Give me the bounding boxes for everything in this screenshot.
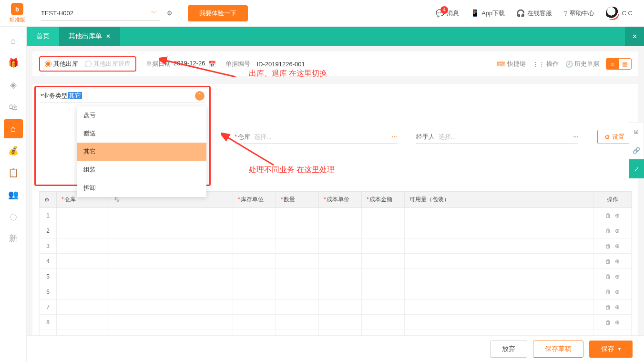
rail-note-icon[interactable]: 🗎 xyxy=(629,122,644,141)
company-select[interactable]: TEST-H002 ﹀ xyxy=(41,6,160,21)
gear-icon[interactable]: ⚙ xyxy=(167,10,173,17)
business-type-dropdown: 盘亏 赠送 其它 组装 拆卸 xyxy=(77,106,206,197)
delete-icon[interactable]: 🗑 xyxy=(605,228,611,234)
tabs-close-all[interactable]: ✕ xyxy=(625,27,644,46)
sidebar-contacts-icon[interactable]: 👥 xyxy=(4,185,23,204)
warehouse-filter[interactable]: * 仓库 选择... ··· xyxy=(235,133,397,144)
tab-other-outbound[interactable]: 其他出库单 ✕ xyxy=(59,27,120,46)
chevron-down-icon: ▾ xyxy=(618,346,621,352)
table-row[interactable]: 4🗑⊕ xyxy=(40,254,632,269)
business-type-value[interactable]: 其它 xyxy=(68,92,82,100)
save-button[interactable]: 保存▾ xyxy=(589,341,633,358)
handler-filter[interactable]: 经手人 选择... ··· xyxy=(416,133,579,144)
delete-icon[interactable]: 🗑 xyxy=(605,304,611,310)
more-icon[interactable]: ··· xyxy=(573,133,578,140)
delete-icon[interactable]: 🗑 xyxy=(605,273,611,280)
dropdown-option-gift[interactable]: 赠送 xyxy=(77,124,206,143)
sidebar-bag-icon[interactable]: 🛍 xyxy=(4,97,23,116)
history-link[interactable]: 🕘历史单据 xyxy=(565,60,599,68)
view-list-icon[interactable]: ≡ xyxy=(606,59,619,69)
add-icon[interactable]: ⊕ xyxy=(615,243,620,249)
add-icon[interactable]: ⊕ xyxy=(615,319,620,326)
abandon-button[interactable]: 放弃 xyxy=(490,341,527,358)
avatar xyxy=(606,7,619,20)
radio-other-outbound-return[interactable]: 其他出库退库 xyxy=(85,60,131,68)
sidebar-new-icon[interactable]: 新 xyxy=(4,229,23,248)
hotkey-link[interactable]: ⌨快捷键 xyxy=(497,60,526,68)
messages-link[interactable]: 💬 消息 4 xyxy=(436,9,459,18)
view-card-icon[interactable]: ▦ xyxy=(619,59,631,69)
chevron-down-icon: ﹀ xyxy=(151,9,157,17)
table-settings-header[interactable]: ⚙ xyxy=(40,192,57,208)
table-row[interactable]: 9🗑⊕ xyxy=(40,330,632,336)
dropdown-option-loss[interactable]: 盘亏 xyxy=(77,106,206,124)
tab-home-label: 首页 xyxy=(36,32,50,41)
rail-link-icon[interactable]: 🔗 xyxy=(629,141,644,160)
sidebar-home-icon[interactable]: ⌂ xyxy=(4,31,23,51)
help-icon: ? xyxy=(563,9,567,17)
delete-icon[interactable]: 🗑 xyxy=(605,243,611,249)
add-icon[interactable]: ⊕ xyxy=(615,258,620,265)
dropdown-option-disassemble[interactable]: 拆卸 xyxy=(77,179,206,197)
sidebar-clipboard-icon[interactable]: 📋 xyxy=(4,163,23,182)
table-row[interactable]: 1🗑⊕ xyxy=(40,208,632,223)
delete-icon[interactable]: 🗑 xyxy=(605,212,611,219)
delete-icon[interactable]: 🗑 xyxy=(605,258,611,265)
operate-label: 操作 xyxy=(546,60,559,68)
business-type-label: 业务类型 xyxy=(43,92,68,100)
row-index: 9 xyxy=(40,330,57,336)
table-row[interactable]: 2🗑⊕ xyxy=(40,223,632,238)
table-row[interactable]: 6🗑⊕ xyxy=(40,284,632,300)
save-draft-button[interactable]: 保存草稿 xyxy=(533,341,583,358)
calendar-icon[interactable]: 📅 xyxy=(208,61,216,68)
dropdown-option-assemble[interactable]: 组装 xyxy=(77,161,206,179)
chevron-up-icon[interactable]: ˄ xyxy=(195,91,204,101)
items-table-wrap: ⚙ *仓库 号 *库存单位 *数量 *成本单价 *成本金额 可用量（包装） 操作 xyxy=(39,191,632,335)
add-icon[interactable]: ⊕ xyxy=(615,304,620,310)
top-header: b 标准版 TEST-H002 ﹀ ⚙ 我要体验一下 💬 消息 4 📱 App下… xyxy=(0,0,644,27)
sidebar-money-icon[interactable]: 💰 xyxy=(4,141,23,160)
bottom-bar: 放弃 保存草稿 保存▾ xyxy=(27,335,644,362)
settings-button[interactable]: ⚙设置 xyxy=(597,130,632,144)
tab-home[interactable]: 首页 xyxy=(27,27,59,46)
items-table: ⚙ *仓库 号 *库存单位 *数量 *成本单价 *成本金额 可用量（包装） 操作 xyxy=(39,191,632,335)
add-icon[interactable]: ⊕ xyxy=(615,273,620,280)
handler-label: 经手人 xyxy=(416,133,435,141)
radio-other-outbound[interactable]: 其他出库 xyxy=(45,60,78,68)
col-qty: *数量 xyxy=(276,192,319,208)
operate-icon: ⋮⋮ xyxy=(532,61,545,68)
float-rail: 🗎 🔗 ⤢ xyxy=(629,122,644,178)
sidebar-sync-icon[interactable]: ◌ xyxy=(4,207,23,226)
doc-date-value[interactable]: 2019-12-26 xyxy=(174,60,205,68)
outbound-type-radio-group: 其他出库 其他出库退库 xyxy=(39,56,136,72)
delete-icon[interactable]: 🗑 xyxy=(605,319,611,326)
app-download-link[interactable]: 📱 App下载 xyxy=(470,9,505,18)
rail-expand-icon[interactable]: ⤢ xyxy=(629,159,644,178)
logo-icon: b xyxy=(11,3,23,15)
user-menu[interactable]: C C xyxy=(606,7,633,20)
doc-no-label: 单据编号 xyxy=(225,60,250,68)
delete-icon[interactable]: 🗑 xyxy=(605,289,611,295)
more-icon[interactable]: ··· xyxy=(392,133,397,140)
add-icon[interactable]: ⊕ xyxy=(615,289,620,295)
gear-icon: ⚙ xyxy=(604,134,610,141)
table-row[interactable]: 5🗑⊕ xyxy=(40,269,632,284)
trial-button[interactable]: 我要体验一下 xyxy=(188,5,248,21)
operate-link[interactable]: ⋮⋮操作 xyxy=(532,60,559,68)
table-row[interactable]: 3🗑⊕ xyxy=(40,238,632,254)
sidebar-gift-icon[interactable]: 🎁 xyxy=(4,53,23,72)
table-row[interactable]: 8🗑⊕ xyxy=(40,315,632,330)
sidebar-diamond-icon[interactable]: ◈ xyxy=(4,75,23,94)
sidebar-warehouse-icon[interactable]: ⌂ xyxy=(4,119,23,138)
hotkey-label: 快捷键 xyxy=(507,60,526,68)
tabs-row: 首页 其他出库单 ✕ ✕ xyxy=(27,27,644,46)
dropdown-option-other[interactable]: 其它 xyxy=(77,143,206,161)
business-type-selected-text: 其它 xyxy=(68,92,82,99)
online-service-link[interactable]: 🎧 在线客服 xyxy=(516,9,552,18)
business-type-highlight-box: * 业务类型 其它 ˄ 盘亏 赠送 其它 组装 拆卸 xyxy=(34,86,211,186)
tab-close-icon[interactable]: ✕ xyxy=(106,33,111,40)
add-icon[interactable]: ⊕ xyxy=(615,228,620,234)
table-row[interactable]: 7🗑⊕ xyxy=(40,300,632,315)
add-icon[interactable]: ⊕ xyxy=(615,212,620,219)
help-center-link[interactable]: ? 帮助中心 xyxy=(563,9,594,18)
